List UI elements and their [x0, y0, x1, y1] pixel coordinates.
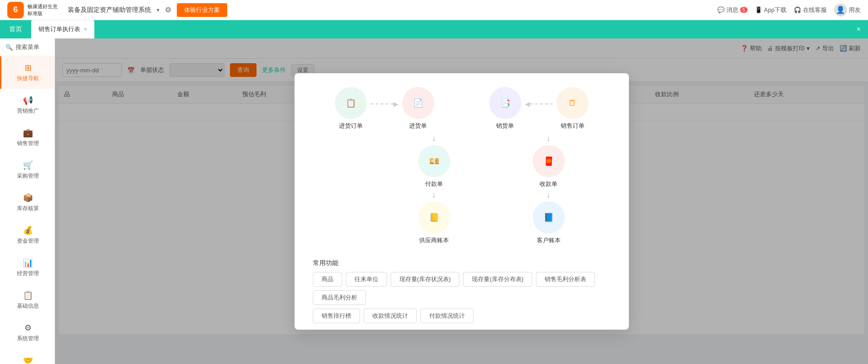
- svg-text:📒: 📒: [429, 212, 440, 223]
- sidebar-item-label: 库存核算: [17, 205, 39, 212]
- sidebar-search[interactable]: 🔍 搜索菜单: [0, 38, 55, 56]
- sidebar-item-marketing[interactable]: 📢 营销推广: [0, 89, 55, 121]
- svg-text:💴: 💴: [429, 156, 440, 166]
- app-download-action[interactable]: 📱 App下载: [755, 6, 786, 14]
- supplier-account-circle: 📒: [418, 201, 450, 234]
- sales-icon: 💼: [23, 128, 33, 138]
- arrow-purchase-order-to-bill: ▶: [371, 100, 399, 108]
- sidebar-item-label: 销售管理: [17, 140, 39, 147]
- func-btn-receipt-stats[interactable]: 收款情况统计: [364, 309, 417, 323]
- flow-node-payment[interactable]: 💴 付款单: [418, 145, 450, 188]
- down-arrow-sales: ↓: [533, 134, 565, 143]
- settings-icon[interactable]: ⚙: [165, 5, 171, 14]
- sidebar-item-enterprise[interactable]: 🤝 企业协同: [0, 349, 55, 364]
- flow-node-sales-bill[interactable]: 📑 销货单: [489, 87, 521, 130]
- sidebar-item-finance[interactable]: 💰 资金管理: [0, 219, 55, 251]
- guide-modal-content: 📋 进货订单 ▶: [295, 73, 629, 330]
- receipt-circle: 🧧: [533, 145, 565, 177]
- finance-icon: 💰: [23, 225, 33, 235]
- logo-area: 6 畅康通好生意 标准版: [7, 2, 62, 18]
- svg-text:📑: 📑: [500, 98, 511, 108]
- main-close-icon[interactable]: ×: [849, 25, 868, 33]
- down-arrow-payment: ↓: [418, 190, 450, 200]
- main-layout: 🔍 搜索菜单 ⊞ 快捷导航 📢 营销推广 💼 销售管理 🛒 采购管理 📦 库存核…: [0, 38, 868, 364]
- svg-text:📄: 📄: [413, 98, 424, 108]
- message-badge: 5: [740, 7, 748, 13]
- quick-nav-icon: ⊞: [25, 63, 32, 73]
- avatar: 👤: [834, 4, 847, 16]
- tab-bar: 首页 销售订单执行表 × ×: [0, 20, 868, 38]
- phone-icon: 📱: [755, 6, 762, 13]
- system-dropdown-btn[interactable]: ▾: [157, 7, 159, 13]
- headset-icon: 🎧: [794, 6, 801, 13]
- guide-modal: 📋 进货订单 ▶: [295, 73, 629, 330]
- sidebar-item-label: 采购管理: [17, 172, 39, 180]
- down-arrows-row: ↓ ↓: [313, 134, 611, 143]
- search-icon: 🔍: [5, 44, 13, 51]
- sidebar-item-label: 基础信息: [17, 302, 39, 310]
- header-left: 6 畅康通好生意 标准版 装备及固定资产辅助管理系统 ▾ ⚙ 体验行业方案: [7, 2, 227, 18]
- marketing-icon: 📢: [23, 95, 33, 105]
- logo-text: 畅康通好生意 标准版: [27, 3, 58, 16]
- func-btn-stock-dist[interactable]: 现存量(库存分布表): [463, 272, 532, 287]
- flow-node-purchase-order[interactable]: 📋 进货订单: [335, 87, 367, 130]
- user-action[interactable]: 👤 用友: [834, 4, 861, 16]
- flow-node-sales-order[interactable]: 🗒 销售订单: [557, 87, 589, 130]
- sales-bill-circle: 📑: [489, 87, 521, 119]
- func-btn-goods[interactable]: 商品: [313, 272, 342, 287]
- func-btn-sales-profit[interactable]: 销售毛利分析表: [536, 272, 595, 287]
- flow-node-customer-account[interactable]: 📘 客户账本: [533, 201, 565, 244]
- sidebar-item-system[interactable]: ⚙ 系统管理: [0, 316, 55, 349]
- sidebar-item-label: 经营管理: [17, 270, 39, 277]
- system-icon: ⚙: [24, 323, 32, 333]
- sidebar-item-quick-nav[interactable]: ⊞ 快捷导航: [0, 56, 55, 89]
- spacer2: [450, 134, 505, 143]
- sidebar-item-operations[interactable]: 📊 经营管理: [0, 251, 55, 284]
- flow-diagram: 📋 进货订单 ▶: [313, 87, 611, 252]
- svg-text:🧧: 🧧: [544, 156, 554, 166]
- sidebar: 🔍 搜索菜单 ⊞ 快捷导航 📢 营销推广 💼 销售管理 🛒 采购管理 📦 库存核…: [0, 38, 55, 364]
- spacer4: [450, 190, 533, 200]
- system-title: 装备及固定资产辅助管理系统: [68, 6, 151, 14]
- sidebar-item-inventory[interactable]: 📦 库存核算: [0, 186, 55, 219]
- sidebar-item-basic-info[interactable]: 📋 基础信息: [0, 284, 55, 316]
- common-functions: 常用功能 商品 往来单位 现存量(库存状况表) 现存量(库存分布表) 销售毛利分…: [313, 259, 611, 323]
- sidebar-item-label: 系统管理: [17, 335, 39, 342]
- tab-close-icon[interactable]: ×: [84, 26, 87, 33]
- sidebar-item-label: 快捷导航: [17, 75, 39, 82]
- svg-text:📘: 📘: [544, 212, 554, 223]
- message-action[interactable]: 💬 消息 5: [717, 6, 748, 14]
- func-btn-payment-stats[interactable]: 付款情况统计: [420, 309, 474, 323]
- tab-sales-order-execution[interactable]: 销售订单执行表 ×: [31, 20, 94, 38]
- down-arrow-receipt: ↓: [533, 190, 565, 200]
- purchase-order-circle: 📋: [335, 87, 367, 119]
- payment-circle: 💴: [418, 145, 450, 177]
- message-icon: 💬: [717, 6, 725, 13]
- flow-node-purchase-bill[interactable]: 📄 进货单: [402, 87, 434, 130]
- func-buttons-row2: 销售排行榜 收款情况统计 付款情况统计: [313, 309, 611, 323]
- func-btn-goods-profit[interactable]: 商品毛利分析: [313, 290, 366, 305]
- tab-home[interactable]: 首页: [0, 20, 31, 38]
- flow-bottom-row: 📒 供应商账本: [359, 201, 565, 244]
- func-btn-sales-rank[interactable]: 销售排行榜: [313, 309, 360, 323]
- sidebar-item-purchase[interactable]: 🛒 采购管理: [0, 154, 55, 186]
- flow-node-supplier-account[interactable]: 📒 供应商账本: [418, 201, 450, 244]
- purchase-bill-circle: 📄: [402, 87, 434, 119]
- func-buttons-row1: 商品 往来单位 现存量(库存状况表) 现存量(库存分布表) 销售毛利分析表 商品…: [313, 272, 611, 305]
- trial-button[interactable]: 体验行业方案: [177, 3, 227, 17]
- flow-node-receipt[interactable]: 🧧 收款单: [533, 145, 565, 188]
- svg-text:🗒: 🗒: [568, 98, 577, 108]
- down-arrow-purchase: ↓: [418, 134, 450, 143]
- content-area: ❓ 帮助 🖨 按模板打印 ▾ ↗ 导出 🔄 刷新 📅 单据状态: [55, 38, 868, 364]
- sidebar-item-sales[interactable]: 💼 销售管理: [0, 121, 55, 154]
- down-arrows-row2: ↓ ↓: [313, 190, 611, 200]
- sales-order-circle: 🗒: [557, 87, 589, 119]
- func-btn-stock-status[interactable]: 现存量(库存状况表): [391, 272, 460, 287]
- common-func-title: 常用功能: [313, 259, 611, 267]
- search-label: 搜索菜单: [16, 43, 39, 51]
- enterprise-icon: 🤝: [23, 355, 33, 364]
- func-btn-contacts[interactable]: 往来单位: [346, 272, 387, 287]
- sidebar-item-label: 资金管理: [17, 237, 39, 245]
- overlay[interactable]: 📋 进货订单 ▶: [55, 38, 868, 364]
- online-service-action[interactable]: 🎧 在线客服: [794, 6, 827, 14]
